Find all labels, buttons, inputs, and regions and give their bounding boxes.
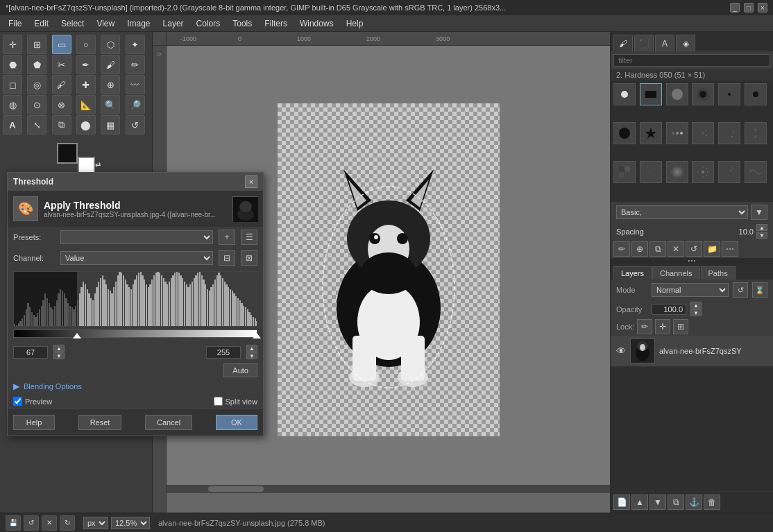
text-tool[interactable]: A: [3, 115, 22, 135]
ok-button[interactable]: OK: [216, 415, 257, 430]
threshold-high-marker[interactable]: [253, 333, 261, 338]
menu-filters[interactable]: Filters: [259, 17, 293, 30]
help-button[interactable]: Help: [13, 415, 55, 430]
close-button[interactable]: ×: [758, 3, 767, 12]
opacity-input[interactable]: [652, 304, 686, 315]
menu-help[interactable]: Help: [341, 17, 369, 30]
menu-layer[interactable]: Layer: [158, 17, 189, 30]
menu-view[interactable]: View: [91, 17, 120, 30]
rect-select-tool[interactable]: ▭: [52, 35, 71, 54]
heal-tool[interactable]: ✚: [76, 75, 96, 94]
lock-pixels-button[interactable]: ✏: [637, 319, 652, 334]
color-rotate-tool[interactable]: ↺: [126, 115, 145, 135]
brush-cell-18[interactable]: [745, 161, 767, 183]
zoom-select[interactable]: 12.5%: [111, 517, 150, 529]
channel-linear-btn[interactable]: ⊟: [219, 250, 235, 266]
menu-file[interactable]: File: [3, 17, 27, 30]
select-by-color-tool[interactable]: ⬣: [3, 55, 22, 74]
raise-layer-button[interactable]: ▲: [631, 495, 648, 510]
preview-checkbox[interactable]: [13, 397, 22, 406]
brush-cell-13[interactable]: [613, 161, 636, 183]
measure-tool[interactable]: 📐: [76, 95, 96, 114]
duplicate-layer-button[interactable]: ⧉: [668, 495, 684, 510]
brush-cell-3[interactable]: [666, 83, 688, 105]
menu-image[interactable]: Image: [121, 17, 155, 30]
brush-edit-btn[interactable]: ✏: [613, 241, 630, 257]
fuzzy-select-tool[interactable]: ✦: [126, 35, 145, 54]
zoom-tool[interactable]: 🔎: [126, 95, 145, 114]
ellipse-select-tool[interactable]: ○: [76, 35, 96, 54]
low-value-down[interactable]: ▼: [53, 352, 65, 359]
lock-alpha-button[interactable]: ⊞: [673, 319, 688, 334]
mode-history-btn[interactable]: ⌛: [752, 282, 767, 298]
spacing-down-button[interactable]: ▼: [756, 232, 767, 239]
dialog-title-bar[interactable]: Threshold ×: [8, 173, 263, 191]
bucket-fill-tool[interactable]: ⬤: [76, 115, 96, 135]
channel-perceptual-btn[interactable]: ⊠: [241, 250, 257, 266]
brushes-tab-icon[interactable]: 🖌: [613, 35, 633, 51]
menu-select[interactable]: Select: [56, 17, 90, 30]
horizontal-scroll-thumb[interactable]: [208, 486, 264, 492]
scissors-select-tool[interactable]: ✂: [52, 55, 71, 74]
free-select-tool[interactable]: ⬡: [101, 35, 120, 54]
tab-layers[interactable]: Layers: [613, 266, 652, 280]
ink-tool[interactable]: 🖋: [52, 75, 71, 94]
lower-layer-button[interactable]: ▼: [649, 495, 666, 510]
high-value-down[interactable]: ▼: [246, 352, 257, 359]
high-value-up[interactable]: ▲: [246, 345, 257, 352]
lock-position-button[interactable]: ✛: [655, 319, 670, 334]
brush-delete-btn[interactable]: ✕: [668, 241, 684, 257]
brush-refresh-btn[interactable]: ↺: [686, 241, 702, 257]
mode-select[interactable]: Normal: [652, 283, 729, 297]
unit-select[interactable]: px: [83, 517, 108, 529]
perspective-clone-tool[interactable]: ⊗: [52, 95, 71, 114]
brush-cell-14[interactable]: ··· ··· ···: [640, 161, 662, 183]
menu-windows[interactable]: Windows: [294, 17, 339, 30]
dialog-close-button[interactable]: ×: [245, 175, 257, 188]
foreground-color-swatch[interactable]: [57, 143, 78, 164]
blending-options-label[interactable]: Blending Options: [24, 382, 82, 391]
brush-folder-btn[interactable]: 📁: [704, 241, 720, 257]
split-view-checkbox[interactable]: [214, 397, 223, 406]
delete-layer-button[interactable]: 🗑: [704, 495, 720, 510]
opacity-up-button[interactable]: ▲: [690, 302, 702, 309]
layer-visibility-icon[interactable]: 👁: [616, 345, 626, 357]
clone-tool[interactable]: ⊕: [101, 75, 120, 94]
menu-edit[interactable]: Edit: [28, 17, 54, 30]
status-undo-button[interactable]: ↺: [24, 515, 39, 531]
minimize-button[interactable]: _: [730, 3, 740, 12]
eraser-tool[interactable]: ◻: [3, 75, 22, 94]
brush-cell-2[interactable]: [640, 83, 662, 105]
brush-mode-select[interactable]: Basic, Advanced: [616, 205, 748, 219]
split-view-checkbox-container[interactable]: Split view: [214, 397, 257, 406]
presets-select[interactable]: [60, 230, 213, 244]
brush-cell-1[interactable]: [613, 83, 636, 105]
menu-tools[interactable]: Tools: [227, 17, 257, 30]
brush-cell-17[interactable]: [718, 161, 740, 183]
reset-button[interactable]: Reset: [78, 415, 122, 430]
anchor-layer-button[interactable]: ⚓: [686, 495, 702, 510]
presets-menu-button[interactable]: ☰: [241, 230, 257, 245]
dodge-burn-tool[interactable]: ⊙: [27, 95, 46, 114]
brush-cell-15[interactable]: [666, 161, 688, 183]
paths-tool[interactable]: ✒: [76, 55, 96, 74]
airbrush-tool[interactable]: ◎: [27, 75, 46, 94]
tab-channels[interactable]: Channels: [652, 266, 699, 280]
maximize-button[interactable]: □: [744, 3, 754, 12]
transform-tool[interactable]: ⤡: [27, 115, 46, 135]
panel-divider[interactable]: ⋯: [611, 258, 773, 264]
brush-cell-6[interactable]: [745, 83, 767, 105]
opacity-down-button[interactable]: ▼: [690, 309, 702, 316]
paintbrush-tool[interactable]: 🖌: [101, 55, 120, 74]
status-redo-button[interactable]: ↻: [60, 515, 75, 531]
crop-tool[interactable]: ⧉: [52, 115, 71, 135]
presets-add-button[interactable]: +: [219, 230, 235, 245]
preview-checkbox-container[interactable]: Preview: [13, 397, 52, 406]
status-clear-button[interactable]: ✕: [42, 515, 57, 531]
pencil-tool[interactable]: ✏: [126, 55, 145, 74]
horizontal-scrollbar[interactable]: [167, 485, 610, 493]
brush-cell-11[interactable]: [718, 122, 740, 144]
brush-cell-5[interactable]: [718, 83, 740, 105]
blur-sharpen-tool[interactable]: ◍: [3, 95, 22, 114]
brush-cell-16[interactable]: [692, 161, 714, 183]
